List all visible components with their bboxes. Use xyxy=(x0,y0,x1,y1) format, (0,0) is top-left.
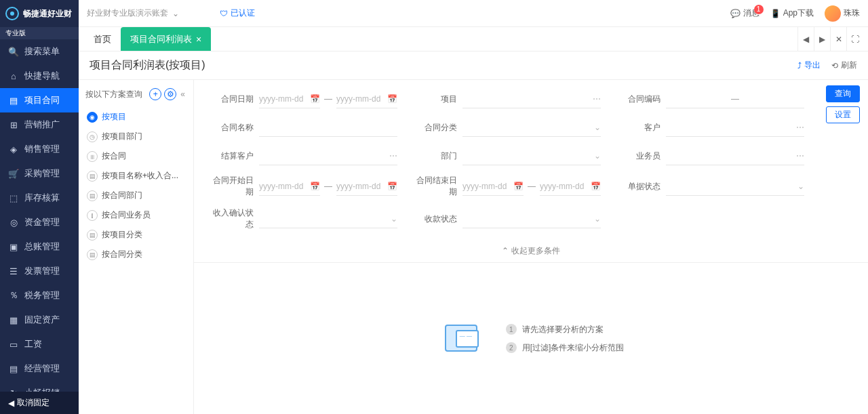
query-button[interactable]: 查询 xyxy=(826,85,860,102)
sidebar-item-invoice[interactable]: ☰发票管理 xyxy=(0,259,79,283)
calendar-icon: 📅 xyxy=(387,94,397,104)
building-icon: ▦ xyxy=(8,314,19,325)
department-select[interactable]: ⌄ xyxy=(462,146,601,165)
sidebar-item-expense[interactable]: ↻小畅报销 xyxy=(0,381,79,392)
sidebar-item-funds[interactable]: ◎资金管理 xyxy=(0,210,79,234)
doc-status-select[interactable]: ⌄ xyxy=(666,177,804,196)
sidebar-item-inventory[interactable]: ⬚库存核算 xyxy=(0,186,79,210)
sidebar-item-ledger[interactable]: ▣总账管理 xyxy=(0,234,79,259)
collapse-filters-button[interactable]: ⌃ 收起更多条件 xyxy=(194,240,868,263)
collapse-panel-button[interactable]: « xyxy=(179,89,186,99)
contract-name-input[interactable] xyxy=(259,118,397,137)
scheme-settings-button[interactable]: ⚙ xyxy=(164,88,176,100)
ellipsis-icon: ⋯ xyxy=(796,151,804,161)
gift-icon: ⊞ xyxy=(8,119,19,130)
receipt-status-select[interactable]: ⌄ xyxy=(462,209,601,228)
sidebar-item-purchase[interactable]: 🛒采购管理 xyxy=(0,161,79,186)
scheme-item-contract[interactable]: ⫼按合同 xyxy=(79,146,193,166)
export-button[interactable]: ⤴ 导出 xyxy=(797,60,821,71)
topbar: 好业财专业版演示账套 ⌄ 🛡 已认证 💬 消息 1 📱 App下载 珠珠 xyxy=(79,0,868,27)
sidebar-item-marketing[interactable]: ⊞营销推广 xyxy=(0,112,79,137)
wallet-icon: ▭ xyxy=(8,339,19,350)
sidebar-item-assets[interactable]: ▦固定资产 xyxy=(0,308,79,332)
tab-next[interactable]: ▶ xyxy=(814,27,830,51)
sidebar-item-tax[interactable]: ％税务管理 xyxy=(0,283,79,308)
tab-home[interactable]: 首页 xyxy=(84,27,121,51)
tenant-selector[interactable]: 好业财专业版演示账套 ⌄ xyxy=(87,7,209,19)
brand-edition: 专业版 xyxy=(0,27,79,39)
empty-state: 1 请先选择要分析的方案 2 用[过滤]条件来缩小分析范围 xyxy=(194,263,868,414)
tab-close-all[interactable]: ✕ xyxy=(830,27,846,51)
calendar-icon: 📅 xyxy=(591,182,601,191)
messages[interactable]: 💬 消息 1 xyxy=(730,7,760,19)
sidebar-item-sales[interactable]: ◈销售管理 xyxy=(0,137,79,161)
sidebar-item-project-contract[interactable]: ▤项目合同 xyxy=(0,88,79,112)
bar-icon: ⫼ xyxy=(87,151,98,162)
box-icon: ⬚ xyxy=(8,192,19,203)
scheme-item-contract-dept[interactable]: ▤按合同部门 xyxy=(79,186,193,205)
label-department: 部门 xyxy=(414,150,457,162)
sidebar-nav: 🔍搜索菜单 ⌂快捷导航 ▤项目合同 ⊞营销推广 ◈销售管理 🛒采购管理 ⬚库存核… xyxy=(0,39,79,392)
label-receipt-status: 收款状态 xyxy=(414,213,457,225)
scheme-list: ◉按项目 ◷按项目部门 ⫼按合同 ▤按项目名称+收入合... ▤按合同部门 ⫿按… xyxy=(79,107,193,264)
list-icon: ▤ xyxy=(87,190,98,201)
contract-start-to[interactable]: yyyy-mm-dd📅 xyxy=(336,177,397,196)
scheme-item-project-name-income[interactable]: ▤按项目名称+收入合... xyxy=(79,166,193,186)
tab-prev[interactable]: ◀ xyxy=(797,27,814,51)
chevron-down-icon: ⌄ xyxy=(172,9,179,18)
filters: 合同日期 yyyy-mm-dd📅 — yyyy-mm-dd📅 项目 ⋯ xyxy=(194,80,868,240)
brand-name: 畅捷通好业财 xyxy=(23,8,72,20)
salesperson-input[interactable]: ⋯ xyxy=(666,146,804,165)
sidebar-unpin[interactable]: ◀ 取消固定 xyxy=(0,392,79,414)
ellipsis-icon: ⋯ xyxy=(389,151,397,161)
contract-date-to[interactable]: yyyy-mm-dd📅 xyxy=(336,89,397,108)
page-header: 项目合同利润表(按项目) ⤴ 导出 ⟲ 刷新 xyxy=(79,51,868,80)
chevron-down-icon: ⌄ xyxy=(391,214,397,224)
sidebar-item-quicknav[interactable]: ⌂快捷导航 xyxy=(0,64,79,88)
contract-date-from[interactable]: yyyy-mm-dd📅 xyxy=(259,89,320,108)
project-input[interactable]: ⋯ xyxy=(462,89,601,108)
contract-end-from[interactable]: yyyy-mm-dd📅 xyxy=(462,177,524,196)
calendar-icon: 📅 xyxy=(310,182,320,191)
tab-fullscreen[interactable]: ⛶ xyxy=(846,27,863,51)
scheme-item-project[interactable]: ◉按项目 xyxy=(79,107,193,127)
label-salesperson: 业务员 xyxy=(617,150,660,162)
tab-profit-report[interactable]: 项目合同利润表 × xyxy=(121,27,211,51)
scheme-panel: 按以下方案查询 + ⚙ « ◉按项目 ◷按项目部门 ⫼按合同 ▤按项目名称+收入… xyxy=(79,80,194,414)
sidebar-item-search[interactable]: 🔍搜索菜单 xyxy=(0,39,79,64)
contract-code-input[interactable]: — xyxy=(666,89,804,108)
list-icon: ▤ xyxy=(87,230,98,241)
sidebar-item-salary[interactable]: ▭工资 xyxy=(0,332,79,356)
app-download[interactable]: 📱 App下载 xyxy=(770,7,814,19)
income-status-select[interactable]: ⌄ xyxy=(259,209,397,228)
user-menu[interactable]: 珠珠 xyxy=(825,5,860,22)
refresh-button[interactable]: ⟲ 刷新 xyxy=(831,60,857,71)
scheme-item-project-dept[interactable]: ◷按项目部门 xyxy=(79,127,193,146)
scheme-item-contract-sales[interactable]: ⫿按合同业务员 xyxy=(79,205,193,225)
tag-icon: ◈ xyxy=(8,144,19,154)
label-contract-date: 合同日期 xyxy=(210,94,254,105)
label-customer: 客户 xyxy=(617,122,660,133)
list-icon: ▤ xyxy=(87,249,98,260)
export-icon: ⤴ xyxy=(797,61,802,70)
avatar xyxy=(825,5,841,22)
sidebar-item-operation[interactable]: ▤经营管理 xyxy=(0,356,79,381)
settle-customer-input[interactable]: ⋯ xyxy=(259,146,397,165)
close-icon[interactable]: × xyxy=(196,34,201,45)
contract-category-select[interactable]: ⌄ xyxy=(462,118,601,137)
filter-area: 查询 设置 合同日期 yyyy-mm-dd📅 — yyyy-mm-dd📅 xyxy=(194,80,868,414)
scheme-head: 按以下方案查询 + ⚙ « xyxy=(79,85,193,103)
scheme-item-contract-category[interactable]: ▤按合同分类 xyxy=(79,245,193,264)
customer-input[interactable]: ⋯ xyxy=(666,118,804,137)
label-contract-end: 合同结束日期 xyxy=(414,175,457,198)
contract-end-to[interactable]: yyyy-mm-dd📅 xyxy=(540,177,601,196)
receipt-icon: ☰ xyxy=(8,266,19,276)
settings-button[interactable]: 设置 xyxy=(826,106,860,123)
book-icon: ▣ xyxy=(8,241,19,252)
contract-start-from[interactable]: yyyy-mm-dd📅 xyxy=(259,177,320,196)
bar-icon: ⫿ xyxy=(87,210,98,221)
add-scheme-button[interactable]: + xyxy=(149,88,161,100)
scheme-item-project-category[interactable]: ▤按项目分类 xyxy=(79,225,193,245)
ellipsis-icon: ⋯ xyxy=(593,94,601,104)
label-contract-name: 合同名称 xyxy=(210,122,254,133)
